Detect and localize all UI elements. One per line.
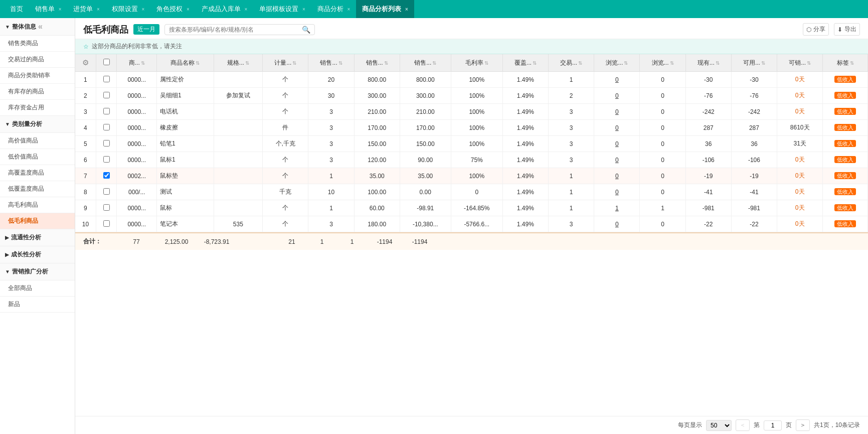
sidebar-item-category-rate[interactable]: 商品分类助销率: [0, 68, 75, 84]
next-page-button[interactable]: ＞: [796, 419, 810, 431]
sidebar-item-high-coverage[interactable]: 高覆盖度商品: [0, 165, 75, 181]
row-checkbox[interactable]: [96, 120, 117, 136]
row-checkbox[interactable]: [96, 152, 117, 168]
sidebar-item-high-value[interactable]: 高价值商品: [0, 133, 75, 149]
prev-page-button[interactable]: ＜: [736, 419, 750, 431]
nav-product-analysis[interactable]: 商品分析 ×: [311, 0, 356, 18]
close-icon[interactable]: ×: [142, 7, 145, 12]
checkbox-column-header[interactable]: [96, 54, 117, 72]
nav-permission[interactable]: 权限设置 ×: [106, 0, 150, 18]
sidebar-item-low-margin[interactable]: 低毛利商品: [0, 213, 75, 229]
row-select-checkbox[interactable]: [103, 140, 110, 147]
browse2-column-header[interactable]: 浏览...⇅: [640, 54, 685, 72]
row-select-checkbox[interactable]: [103, 204, 110, 211]
sidebar-group-category-label: 类别量分析: [12, 120, 42, 128]
row-browse1[interactable]: 0: [594, 152, 640, 168]
select-all-checkbox[interactable]: [103, 59, 110, 65]
row-browse1[interactable]: 0: [594, 136, 640, 152]
period-tag-button[interactable]: 近一月: [133, 24, 159, 35]
export-button[interactable]: ⬇ 导出: [834, 23, 860, 36]
nav-sales[interactable]: 销售单 ×: [29, 0, 67, 18]
row-select-checkbox[interactable]: [103, 76, 110, 82]
nav-product-entry[interactable]: 产成品入库单 ×: [196, 0, 253, 18]
row-browse1[interactable]: 0: [594, 120, 640, 136]
sidebar-group-marketing[interactable]: ▼ 营销推广分析: [0, 263, 75, 280]
current-stock-column-header[interactable]: 现有...⇅: [685, 54, 731, 72]
nav-analysis-list[interactable]: 商品分析列表 ×: [356, 0, 414, 18]
sales-price-column-header[interactable]: 销售...⇅: [354, 54, 400, 72]
row-checkbox[interactable]: [96, 200, 117, 216]
row-browse1[interactable]: 1: [594, 200, 640, 216]
sidebar-item-high-margin[interactable]: 高毛利商品: [0, 197, 75, 213]
sidebar-group-growth[interactable]: ▶ 成长性分析: [0, 246, 75, 263]
sidebar-item-new-products[interactable]: 新品: [0, 297, 75, 313]
search-icon[interactable]: 🔍: [302, 26, 310, 34]
row-browse1[interactable]: 0: [594, 184, 640, 200]
close-icon[interactable]: ×: [347, 7, 350, 12]
sidebar-group-flow[interactable]: ▶ 流通性分析: [0, 229, 75, 246]
nav-home[interactable]: 首页: [4, 0, 29, 18]
unit-column-header[interactable]: 计量...⇅: [263, 54, 308, 72]
sidebar-item-stock-value[interactable]: 库存资金占用: [0, 100, 75, 116]
row-select-checkbox[interactable]: [103, 108, 110, 114]
sales-qty-column-header[interactable]: 销售...⇅: [308, 54, 354, 72]
close-icon[interactable]: ×: [97, 7, 100, 12]
row-select-checkbox[interactable]: [103, 188, 110, 195]
code-column-header[interactable]: 商...⇅: [117, 54, 157, 72]
tag-badge: 低收入: [834, 124, 856, 131]
settings-column-header[interactable]: ⚙: [75, 54, 96, 72]
nav-role[interactable]: 角色授权 ×: [150, 0, 195, 18]
close-icon[interactable]: ×: [405, 7, 408, 12]
collapse-icon[interactable]: «: [38, 22, 43, 31]
close-icon[interactable]: ×: [245, 7, 248, 12]
sidebar-item-sales-products[interactable]: 销售类商品: [0, 36, 75, 52]
sidebar-group-overall[interactable]: ▼ 整体信息 «: [0, 18, 75, 36]
sidebar-item-stocked-products[interactable]: 有库存的商品: [0, 84, 75, 100]
row-checkbox[interactable]: [96, 136, 117, 152]
nav-purchase[interactable]: 进货单 ×: [67, 0, 105, 18]
table-row: 8 000/... 测试 千克 10 100.00 0.00 0 1.49% 1…: [75, 184, 868, 200]
sales-amount-column-header[interactable]: 销售...⇅: [400, 54, 451, 72]
row-sales-price: 100.00: [354, 184, 400, 200]
row-browse1[interactable]: 0: [594, 72, 640, 88]
row-transactions: 3: [548, 216, 594, 232]
row-select-checkbox[interactable]: [103, 172, 110, 179]
gross-rate-column-header[interactable]: 毛利率⇅: [451, 54, 502, 72]
row-browse1[interactable]: 0: [594, 168, 640, 184]
close-icon[interactable]: ×: [59, 7, 62, 12]
row-checkbox[interactable]: [96, 88, 117, 104]
search-input[interactable]: [169, 26, 302, 33]
row-select-checkbox[interactable]: [103, 156, 110, 163]
sidebar-item-low-coverage[interactable]: 低覆盖度商品: [0, 181, 75, 197]
name-column-header[interactable]: 商品名称⇅: [156, 54, 214, 72]
row-checkbox[interactable]: [96, 104, 117, 120]
row-checkbox[interactable]: [96, 216, 117, 232]
row-select-checkbox[interactable]: [103, 92, 110, 98]
row-checkbox[interactable]: [96, 168, 117, 184]
row-browse1[interactable]: 0: [594, 88, 640, 104]
coverage-column-header[interactable]: 覆盖...⇅: [502, 54, 548, 72]
row-browse1[interactable]: 0: [594, 104, 640, 120]
close-icon[interactable]: ×: [302, 7, 305, 12]
row-select-checkbox[interactable]: [103, 220, 110, 227]
tag-column-header[interactable]: 标签⇅: [823, 54, 868, 72]
per-page-select[interactable]: 50 100 200: [706, 420, 732, 431]
available-column-header[interactable]: 可用...⇅: [731, 54, 777, 72]
sidebar-item-all-products[interactable]: 全部商品: [0, 280, 75, 297]
transactions-column-header[interactable]: 交易...⇅: [548, 54, 594, 72]
row-checkbox[interactable]: [96, 72, 117, 88]
page-number-input[interactable]: [764, 420, 782, 430]
close-icon[interactable]: ×: [187, 7, 190, 12]
row-checkbox[interactable]: [96, 184, 117, 200]
row-browse2: 0: [640, 104, 685, 120]
browse1-column-header[interactable]: 浏览...⇅: [594, 54, 640, 72]
sidebar-group-category-analysis[interactable]: ▼ 类别量分析: [0, 116, 75, 133]
row-browse1[interactable]: 0: [594, 216, 640, 232]
row-select-checkbox[interactable]: [103, 124, 110, 130]
sidebar-item-traded-products[interactable]: 交易过的商品: [0, 52, 75, 68]
spec-column-header[interactable]: 规格...⇅: [214, 54, 263, 72]
nav-template[interactable]: 单据模板设置 ×: [253, 0, 311, 18]
share-button[interactable]: ⬡ 分享: [803, 23, 829, 36]
sidebar-item-low-value[interactable]: 低价值商品: [0, 149, 75, 165]
saleable-column-header[interactable]: 可销...⇅: [777, 54, 823, 72]
